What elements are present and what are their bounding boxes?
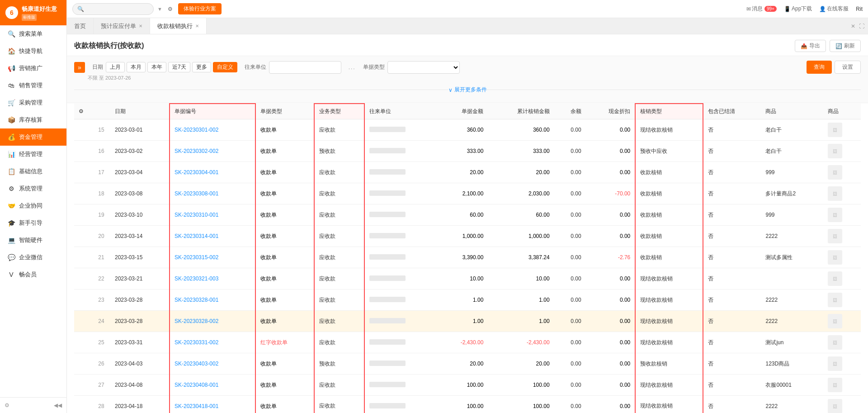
voucher-no-link[interactable]: SK-20230403-002: [175, 361, 218, 367]
date-more-btn[interactable]: 更多: [192, 62, 211, 72]
cell-goods-img: 🖼: [823, 375, 861, 396]
expand-more-btn[interactable]: ∨ 展开更多条件: [448, 84, 487, 95]
cell-accum: 360.00: [488, 119, 554, 141]
tab-prepay[interactable]: 预计应应付单 ✕: [94, 18, 150, 34]
date-this-month-btn[interactable]: 本月: [127, 62, 146, 72]
page-title: 收款核销执行(按收款): [74, 41, 144, 51]
tab-collection[interactable]: 收款核销执行 ✕: [150, 18, 207, 34]
voucher-no-link[interactable]: SK-20230408-001: [175, 382, 218, 388]
topbar-dropdown[interactable]: ▼: [157, 6, 162, 12]
query-btn[interactable]: 查询: [807, 61, 832, 74]
voucher-type-select[interactable]: [387, 61, 460, 74]
cell-amount: 100.00: [437, 375, 488, 396]
voucher-no-link[interactable]: SK-20230315-002: [175, 254, 218, 261]
sidebar-item-operation[interactable]: 📊 经营管理: [0, 146, 66, 163]
voucher-no-link[interactable]: SK-20230301-002: [175, 127, 218, 133]
tab-home[interactable]: 首页: [67, 18, 94, 34]
tab-close-all-icon[interactable]: ✕: [851, 23, 855, 29]
sidebar-item-search[interactable]: 🔍 搜索菜单: [0, 25, 66, 43]
cell-biz-type: 应收款: [314, 332, 364, 353]
cell-balance: 0.00: [554, 375, 586, 396]
cell-voucher-type: 收款单: [255, 311, 314, 332]
sidebar-item-enterprise[interactable]: 🤝 企业协同: [0, 197, 66, 214]
expand-divider-left: [74, 90, 448, 90]
cell-amount: 360.00: [437, 119, 488, 141]
cell-amount: 20.00: [437, 162, 488, 183]
goods-thumbnail: 🖼: [828, 335, 842, 350]
cell-include-settled: 否: [703, 268, 761, 290]
cell-include-settled: 否: [703, 162, 761, 183]
voucher-no-link[interactable]: SK-20230302-002: [175, 148, 218, 154]
sidebar-item-system[interactable]: ⚙ 系统管理: [0, 180, 66, 197]
industry-btn[interactable]: 体验行业方案: [178, 3, 222, 14]
voucher-no-link[interactable]: SK-20230314-001: [175, 233, 218, 239]
date-custom-btn[interactable]: 自定义: [213, 62, 237, 72]
cell-write-off-type: 收款核销: [635, 204, 703, 226]
table-row: 242023-03-28SK-20230328-002收款单应收款1.001.0…: [74, 311, 861, 332]
voucher-no-link[interactable]: SK-20230328-001: [175, 297, 218, 303]
sidebar-item-marketing[interactable]: 📢 营销推广: [0, 60, 66, 77]
cell-voucher-no: SK-20230328-002: [170, 311, 255, 332]
voucher-no-link[interactable]: SK-20230321-003: [175, 275, 218, 282]
collapse-icon[interactable]: ◀◀: [54, 402, 62, 408]
sidebar-item-shortcut[interactable]: 🏠 快捷导航: [0, 43, 66, 60]
export-btn[interactable]: 📤 导出: [795, 40, 826, 52]
sidebar-item-member[interactable]: V 畅会员: [0, 266, 66, 283]
sidebar-bottom: ⚙ ◀◀: [0, 397, 66, 413]
message-btn[interactable]: ✉ 消息 99+: [746, 5, 777, 13]
cell-voucher-type: 收款单: [255, 396, 314, 413]
sidebar-item-guide[interactable]: 🎓 新手引导: [0, 214, 66, 232]
cell-goods: [761, 268, 823, 290]
cell-biz-type: 应收款: [314, 162, 364, 183]
sidebar-item-finance[interactable]: 💰 资金管理: [0, 128, 66, 146]
filter-setting-btn[interactable]: 设置: [835, 61, 861, 74]
cell-cash-discount: 0.00: [586, 268, 636, 290]
settings-icon[interactable]: ⚙: [5, 402, 9, 408]
cell-rownum-val: 21: [92, 247, 110, 268]
partner-input[interactable]: [269, 61, 341, 74]
sidebar-item-sales[interactable]: 🛍 销售管理: [0, 77, 66, 94]
filter-bar: » 日期 上月 本月 本年 近7天 更多 自定义 往来单位: [67, 56, 868, 103]
sidebar-item-purchase[interactable]: 🛒 采购管理: [0, 94, 66, 111]
cell-biz-type: 应收款: [314, 247, 364, 268]
sidebar-item-hardware[interactable]: 💻 智能硬件: [0, 232, 66, 249]
cell-partner: [364, 247, 437, 268]
sidebar-item-wechat[interactable]: 💬 企业微信: [0, 249, 66, 266]
cell-cash-discount: -2.76: [586, 247, 636, 268]
cell-include-settled: 否: [703, 396, 761, 413]
filter-toggle-btn[interactable]: »: [74, 62, 85, 73]
voucher-no-link[interactable]: SK-20230304-001: [175, 169, 218, 176]
voucher-no-link[interactable]: SK-20230308-001: [175, 190, 218, 197]
date-last-month-btn[interactable]: 上月: [106, 62, 125, 72]
cell-amount: 100.00: [437, 396, 488, 413]
tab-prepay-close-icon[interactable]: ✕: [139, 24, 142, 28]
cell-amount: 333.00: [437, 141, 488, 162]
cell-biz-type: 预收款: [314, 353, 364, 375]
cell-date: 2023-03-01: [110, 119, 170, 141]
voucher-no-link[interactable]: SK-20230328-002: [175, 318, 218, 324]
cell-include-settled: 否: [703, 375, 761, 396]
date-7days-btn[interactable]: 近7天: [168, 62, 190, 72]
tab-collection-close-icon[interactable]: ✕: [195, 24, 199, 28]
username-display[interactable]: Rit: [856, 6, 863, 12]
date-this-year-btn[interactable]: 本年: [147, 62, 166, 72]
tab-expand-icon[interactable]: ⛶: [859, 23, 864, 29]
app-download-btn[interactable]: 📱 App下载: [784, 5, 812, 13]
voucher-no-link[interactable]: SK-20230310-001: [175, 212, 218, 218]
topbar-gear-icon[interactable]: ⚙: [166, 4, 175, 14]
cell-write-off-type: 预收中应收: [635, 141, 703, 162]
topbar-right: ✉ 消息 99+ 📱 App下载 👤 在线客服 Rit: [746, 5, 863, 13]
sidebar-item-inventory[interactable]: 📦 库存核算: [0, 111, 66, 128]
th-setting[interactable]: ⚙: [74, 104, 92, 119]
voucher-no-link[interactable]: SK-20230331-002: [175, 339, 218, 346]
online-service-btn[interactable]: 👤 在线客服: [819, 5, 849, 13]
cell-rownum-val: 28: [92, 396, 110, 413]
export-icon: 📤: [801, 43, 807, 49]
cell-goods: 999: [761, 204, 823, 226]
cell-goods: 999: [761, 162, 823, 183]
sidebar-item-basic[interactable]: 📋 基础信息: [0, 163, 66, 180]
cell-rownum: [74, 311, 92, 332]
cell-balance: 0.00: [554, 119, 586, 141]
voucher-no-link[interactable]: SK-20230418-001: [175, 403, 218, 409]
refresh-btn[interactable]: 🔄 刷新: [830, 40, 861, 52]
